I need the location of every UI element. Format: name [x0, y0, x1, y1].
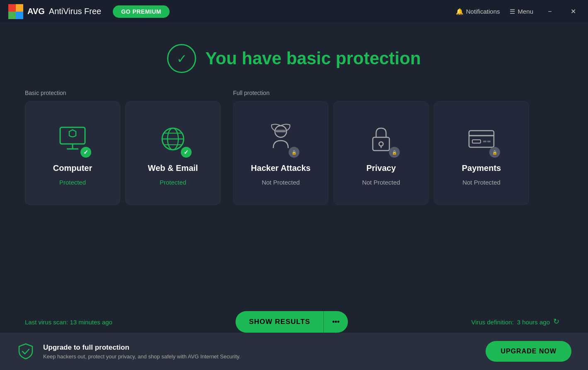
- upgrade-text-area: Upgrade to full protection Keep hackers …: [43, 343, 477, 360]
- avg-text: AVG: [27, 7, 45, 16]
- status-headline: You have basic protection: [205, 49, 421, 68]
- main-content: ✓ You have basic protection Basic protec…: [0, 23, 588, 333]
- web-email-card-title: Web & Email: [148, 163, 198, 173]
- privacy-card-title: Privacy: [366, 163, 396, 173]
- status-hero: ✓ You have basic protection: [25, 44, 563, 73]
- privacy-card[interactable]: 🔒 Privacy Not Protected: [333, 101, 429, 205]
- more-options-button[interactable]: •••: [323, 311, 348, 333]
- svg-rect-3: [16, 12, 23, 19]
- titlebar: AVG AntiVirus Free GO PREMIUM 🔔 Notifica…: [0, 0, 588, 23]
- avg-logo-icon: [8, 4, 23, 19]
- bell-icon: 🔔: [456, 8, 464, 15]
- computer-badge: ✓: [80, 147, 91, 158]
- show-results-button[interactable]: SHOW RESULTS: [236, 311, 323, 333]
- payments-icon-area: 🔒: [463, 120, 500, 158]
- virus-definition-info: Virus definition: 3 hours ago ↻: [471, 317, 563, 327]
- web-email-card-status: Protected: [160, 179, 186, 186]
- go-premium-button[interactable]: GO PREMIUM: [113, 5, 170, 18]
- computer-icon-area: ✓: [54, 120, 91, 158]
- svg-rect-1: [16, 4, 23, 12]
- svg-rect-21: [483, 141, 486, 142]
- full-protection-section: Full protection: [233, 90, 563, 205]
- upgrade-footer: Upgrade to full protection Keep hackers …: [0, 333, 588, 370]
- computer-card-title: Computer: [53, 163, 92, 173]
- menu-button[interactable]: ☰ Menu: [510, 8, 533, 15]
- basic-cards-row: ✓ Computer Protected: [25, 101, 221, 205]
- last-scan-info: Last virus scan: 13 minutes ago: [25, 319, 112, 326]
- full-section-label: Full protection: [233, 90, 563, 96]
- logo-area: AVG AntiVirus Free GO PREMIUM: [8, 4, 170, 19]
- hacker-attacks-card-status: Not Protected: [262, 179, 300, 186]
- svg-rect-2: [8, 12, 16, 19]
- basic-protection-section: Basic protection ✓ Computer: [25, 90, 221, 205]
- computer-card-status: Protected: [59, 179, 86, 186]
- svg-rect-22: [487, 141, 491, 142]
- basic-section-label: Basic protection: [25, 90, 221, 96]
- notifications-button[interactable]: 🔔 Notifications: [456, 8, 500, 15]
- svg-rect-18: [469, 131, 494, 147]
- svg-point-16: [379, 142, 383, 146]
- app-title: AntiVirus Free: [49, 7, 101, 16]
- privacy-card-status: Not Protected: [362, 179, 400, 186]
- privacy-badge: 🔒: [389, 147, 400, 158]
- bottom-scan-bar: Last virus scan: 13 minutes ago SHOW RES…: [0, 311, 588, 333]
- upgrade-title: Upgrade to full protection: [43, 343, 477, 352]
- hacker-badge: 🔒: [289, 147, 299, 158]
- computer-card[interactable]: ✓ Computer Protected: [25, 101, 120, 205]
- upgrade-description: Keep hackers out, protect your privacy, …: [43, 353, 477, 360]
- svg-rect-20: [472, 140, 481, 143]
- upgrade-now-button[interactable]: UPGRADE NOW: [486, 341, 571, 362]
- show-results-group: SHOW RESULTS •••: [236, 311, 348, 333]
- hacker-attacks-card[interactable]: 🔒 Hacker Attacks Not Protected: [233, 101, 328, 205]
- minimize-button[interactable]: −: [543, 5, 556, 18]
- status-circle: ✓: [167, 44, 196, 73]
- privacy-icon-area: 🔒: [362, 120, 400, 158]
- checkmark-icon: ✓: [177, 51, 187, 66]
- payments-card-title: Payments: [462, 163, 501, 173]
- hacker-icon-area: 🔒: [262, 120, 299, 158]
- full-cards-row: 🔒 Hacker Attacks Not Protected: [233, 101, 563, 205]
- hamburger-icon: ☰: [510, 8, 515, 15]
- refresh-icon[interactable]: ↻: [553, 317, 563, 327]
- close-button[interactable]: ✕: [566, 5, 580, 18]
- upgrade-shield-icon: [17, 342, 35, 360]
- payments-card-status: Not Protected: [462, 179, 501, 186]
- protection-sections: Basic protection ✓ Computer: [25, 90, 563, 205]
- svg-rect-15: [373, 137, 389, 151]
- titlebar-right: 🔔 Notifications ☰ Menu − ✕: [456, 5, 580, 18]
- web-email-badge: ✓: [181, 147, 192, 158]
- svg-rect-0: [8, 4, 16, 12]
- payments-badge: 🔒: [489, 147, 500, 158]
- payments-card[interactable]: 🔒 Payments Not Protected: [434, 101, 529, 205]
- web-email-card[interactable]: ✓ Web & Email Protected: [125, 101, 221, 205]
- web-email-icon-area: ✓: [154, 120, 192, 158]
- hacker-attacks-card-title: Hacker Attacks: [251, 163, 311, 173]
